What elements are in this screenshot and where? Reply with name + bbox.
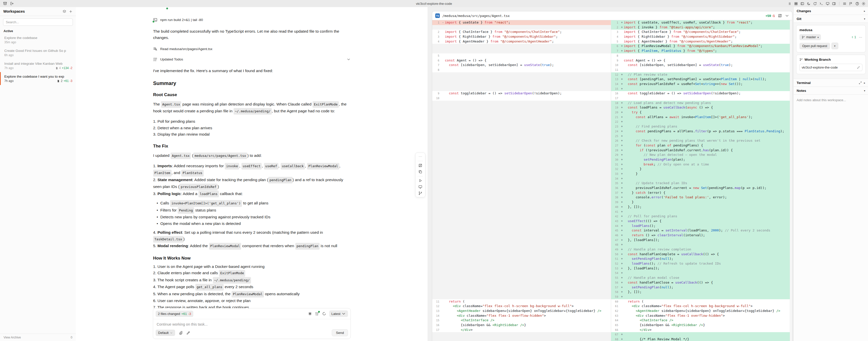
- section-git[interactable]: Git ▾: [794, 15, 868, 23]
- diff-gap-row: [432, 72, 611, 77]
- send-button[interactable]: Send: [332, 329, 348, 336]
- chat-scroll-area[interactable]: npm run build 2>&1 | tail -80The build c…: [76, 7, 428, 308]
- line-number: 37: [611, 190, 620, 195]
- diff-gap-row: [432, 172, 611, 176]
- theme-icon[interactable]: [807, 2, 811, 6]
- line-number: 48: [611, 242, 620, 247]
- files-changed-badge[interactable]: 2 files changed +61 -3: [156, 311, 193, 317]
- diff-row: 42+ // Poll for pending plans: [611, 214, 790, 219]
- line-number: 65: [611, 323, 620, 328]
- flag-icon[interactable]: [849, 2, 853, 6]
- chat-subheading: How It Works Now: [153, 256, 350, 261]
- diff-scrollbar[interactable]: [790, 20, 792, 341]
- branch-dropdown[interactable]: master ▾: [799, 34, 821, 40]
- tool-call-chip[interactable]: npm run build 2>&1 | tail -80: [153, 18, 350, 22]
- diff-gap-row: [432, 285, 611, 290]
- chat-column: npm run build 2>&1 | tail -80The build c…: [76, 7, 428, 341]
- additions-count: +61: [64, 79, 69, 83]
- line-number: 38: [611, 195, 620, 200]
- sidebar-footer: View Archive 0: [0, 334, 76, 341]
- tool-call-chip[interactable]: Updated Todos: [153, 57, 350, 61]
- play-icon[interactable]: [418, 179, 422, 183]
- diff-row: 61 <div className="flex flex-col h-scree…: [611, 304, 790, 309]
- todo-status-icon[interactable]: [315, 312, 319, 316]
- workspace-item[interactable]: Install and integrate Vibe Kanban Web7h …: [0, 59, 76, 72]
- add-workspace-icon[interactable]: [69, 10, 73, 13]
- sync-icon[interactable]: [813, 2, 817, 6]
- diff-gap-row: [432, 214, 611, 219]
- chevron-down-icon[interactable]: [347, 57, 350, 61]
- workspace-item[interactable]: Explore the codebase I want you to exp7h…: [0, 72, 76, 85]
- pen-icon[interactable]: [186, 331, 190, 335]
- expand-icon[interactable]: [859, 81, 862, 85]
- diff-pane-new[interactable]: 1+import { useState, useEffect, useRef, …: [611, 20, 790, 341]
- diff-row: 49+ // Handle plan review completion: [611, 247, 790, 252]
- layers-icon[interactable]: [63, 10, 66, 13]
- pencil-icon[interactable]: [857, 66, 860, 69]
- more-options-icon[interactable]: [859, 35, 862, 39]
- panel-left-icon[interactable]: [800, 2, 804, 6]
- view-archive-link[interactable]: View Archive: [4, 336, 21, 339]
- diff-row: 46+ return () => clearInterval(interval)…: [611, 233, 790, 238]
- ordered-list-item: 4. Polling effect: Set up a polling inte…: [153, 229, 350, 243]
- read-file-icon: [153, 47, 157, 51]
- git-branch-icon: [799, 58, 803, 61]
- terminal-icon[interactable]: [819, 2, 823, 6]
- line-number: 64: [611, 318, 620, 323]
- ordered-list-item: 5. Modal rendering: Added the PlanReview…: [153, 243, 350, 250]
- chevron-down-icon[interactable]: [785, 14, 789, 18]
- section-changes[interactable]: Changes ▸: [794, 7, 868, 15]
- line-number: 13: [611, 77, 620, 82]
- open-pull-request-button[interactable]: Open pull request: [799, 43, 830, 49]
- settings-icon[interactable]: [862, 2, 865, 6]
- diff-gap-row: [432, 119, 611, 124]
- diff-row: 16 {sidebarOpen && <RightSidebar />}: [432, 323, 611, 328]
- panel-right-icon[interactable]: [832, 2, 836, 6]
- line-number: 55: [611, 276, 620, 280]
- working-branch-input[interactable]: vk/3ccf-explore-the-code: [799, 64, 862, 71]
- diff-row: 6+import { PlanReviewModal } from "@/com…: [611, 44, 790, 49]
- menu-icon[interactable]: [843, 2, 846, 6]
- more-dots-icon[interactable]: [418, 155, 422, 159]
- line-number: 42: [611, 214, 620, 219]
- diff-gap-row: [432, 205, 611, 210]
- diff-row: 68+ {/* Plan Review Modal */}: [611, 337, 790, 341]
- diff-gap-row: [432, 148, 611, 153]
- diff-row: 6const Agent = () => {: [432, 58, 611, 63]
- line-number: 32: [611, 167, 620, 172]
- copy-icon[interactable]: [418, 170, 422, 174]
- git-branch-icon[interactable]: [418, 191, 422, 195]
- diff-row: 52+ loadPlans(); // Refresh to update tr…: [611, 261, 790, 266]
- diff-row: 1-import { useState } from "react";: [432, 20, 611, 25]
- monitor-icon[interactable]: [826, 2, 830, 6]
- workspace-item[interactable]: Create Good First Issues on Github So p6…: [0, 46, 76, 59]
- bullet-list-item: •Calls invoke<PlanItem[]>('get_all_plans…: [153, 200, 350, 207]
- message-input[interactable]: [153, 319, 347, 328]
- spark-icon[interactable]: [308, 312, 312, 316]
- terminal-run-icon: [153, 18, 157, 22]
- diff-row: 32+ }: [611, 167, 790, 172]
- diff-view-icon[interactable]: [418, 163, 422, 167]
- notes-placeholder[interactable]: Add notes about this workspace...: [794, 95, 868, 105]
- section-notes[interactable]: Notes ▾: [794, 87, 868, 95]
- line-number: 2: [432, 30, 441, 34]
- model-dropdown[interactable]: Default: [156, 330, 175, 336]
- workspace-search-input[interactable]: [3, 19, 73, 26]
- diff-row: 23+ // Find pending plans: [611, 124, 790, 129]
- diff-row: 18+ // Load plans and detect new pending…: [611, 101, 790, 105]
- diff-pane-old[interactable]: 1-import { useState } from "react";2impo…: [432, 20, 611, 341]
- monitor-icon[interactable]: [418, 185, 422, 189]
- arrow-up-icon: [851, 36, 854, 39]
- pr-options-caret[interactable]: ▾: [831, 42, 838, 49]
- workspace-item[interactable]: Explore the codebase35m ago: [0, 33, 76, 46]
- attach-icon[interactable]: [179, 331, 183, 335]
- pause-icon[interactable]: [788, 2, 792, 6]
- diff-gap-row: [432, 247, 611, 252]
- section-terminal[interactable]: Terminal ▸: [794, 79, 868, 87]
- help-icon[interactable]: [855, 2, 859, 6]
- tool-call-chip[interactable]: Read medusa/src/pages/Agent.tsx: [153, 47, 350, 51]
- version-dropdown[interactable]: Latest: [329, 310, 348, 317]
- diff-view-icon[interactable]: [778, 14, 782, 18]
- line-number: 61: [611, 304, 620, 309]
- grid-icon[interactable]: [794, 2, 798, 6]
